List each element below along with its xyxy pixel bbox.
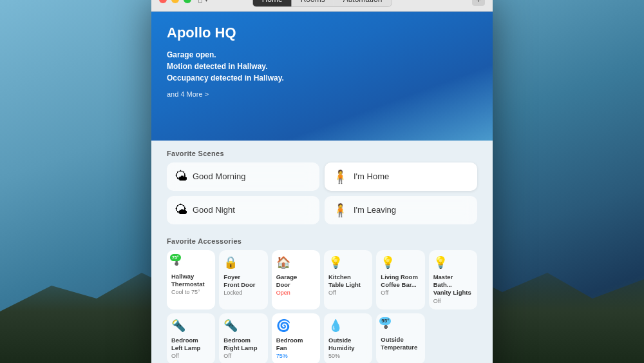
close-button[interactable] [159,0,167,3]
alert-line-1: Garage open. [167,49,477,61]
tab-group: Home Rooms Automation [252,0,392,7]
accessories-section: Favorite Accessories 🌡 75° HallwayThermo… [151,233,493,363]
left-lamp-icon: 🔦 [171,319,185,332]
acc-kitchen-light[interactable]: 💡 KitchenTable Light Off [324,250,372,309]
im-leaving-icon: 🧍 [332,202,348,218]
scene-good-morning[interactable]: 🌤 Good Morning [167,162,319,191]
thermostat-status: Cool to 75° [171,289,211,295]
fan-status: 75% [276,353,316,359]
scene-im-leaving-label: I'm Leaving [354,205,396,215]
acc-bedroom-fan[interactable]: 🌀 BedroomFan 75% [272,313,320,363]
more-alerts-link[interactable]: and 4 More > [167,90,477,98]
humidity-icon-wrap: 💧 [328,319,368,333]
good-night-icon: 🌤 [175,202,187,217]
fan-icon-wrap: 🌀 [276,319,316,333]
good-morning-icon: 🌤 [175,169,187,184]
scene-good-morning-label: Good Morning [193,172,245,181]
acc-hallway-thermostat[interactable]: 🌡 75° HallwayThermostat Cool to 75° [167,250,215,309]
alerts-section: Garage open. Motion detected in Hallway.… [167,49,477,84]
outside-temp-name: OutsideTemperature [381,336,420,352]
kitchen-light-icon-wrap: 💡 [328,255,368,270]
chevron-down-icon: ▾ [205,0,208,3]
right-lamp-status: Off [223,353,263,359]
alert-line-3: Occupancy detected in Hallway. [167,72,477,84]
titlebar: ⌂ ▾ Home Rooms Automation + [151,0,493,12]
tab-home[interactable]: Home [253,0,292,6]
coffee-bar-status: Off [381,289,420,296]
garage-door-name: GarageDoor [276,273,316,289]
garage-door-status: Open [276,289,316,296]
front-door-status: Locked [223,289,263,296]
left-lamp-name: BedroomLeft Lamp [171,337,211,353]
acc-front-door[interactable]: 🔒 FoyerFront Door Locked [219,250,267,309]
hero-section: Apollo HQ Garage open. Motion detected i… [151,12,493,141]
front-door-name: FoyerFront Door [223,273,263,289]
scenes-section-label: Favorite Scenes [167,150,477,157]
acc-empty-slot [429,313,477,363]
acc-bedroom-left-lamp[interactable]: 🔦 BedroomLeft Lamp Off [167,313,215,363]
scenes-grid: 🌤 Good Morning 🧍 I'm Home 🌤 Good Night 🧍… [167,162,477,224]
humidity-name: OutsideHumidity [328,337,368,353]
right-lamp-icon: 🔦 [223,319,238,332]
garage-icon-wrap: 🏠 [276,255,316,270]
scene-good-night-label: Good Night [193,205,235,215]
house-icon: ⌂ [198,0,203,5]
acc-garage-door[interactable]: 🏠 GarageDoor Open [272,250,320,309]
right-lamp-name: BedroomRight Lamp [223,337,263,353]
fan-icon: 🌀 [276,319,290,332]
vanity-name: Master Bath...Vanity Lights [433,273,473,297]
scene-im-leaving[interactable]: 🧍 I'm Leaving [325,196,477,224]
im-home-icon: 🧍 [332,169,348,184]
vanity-status: Off [433,298,473,304]
coffee-bar-icon: 💡 [381,256,395,269]
vanity-icon-wrap: 💡 [433,255,473,270]
acc-outside-temperature[interactable]: 🌡 95° OutsideTemperature [376,313,424,363]
scene-im-home[interactable]: 🧍 I'm Home [325,162,477,191]
accessories-row-1: 🌡 75° HallwayThermostat Cool to 75° 🔒 Fo… [167,250,477,309]
humidity-icon: 💧 [328,319,343,332]
tab-automation[interactable]: Automation [334,0,392,6]
kitchen-light-name: KitchenTable Light [328,273,368,289]
accessories-row-2: 🔦 BedroomLeft Lamp Off 🔦 BedroomRight La… [167,313,477,363]
coffee-bar-name: Living RoomCoffee Bar... [381,273,420,289]
home-icon[interactable]: ⌂ ▾ [198,0,208,5]
kitchen-light-status: Off [328,289,368,296]
kitchen-light-icon: 💡 [328,256,343,269]
acc-vanity-lights[interactable]: 💡 Master Bath...Vanity Lights Off [429,250,477,309]
lock-icon-wrap: 🔒 [223,255,263,270]
alert-line-2: Motion detected in Hallway. [167,61,477,72]
acc-outside-humidity[interactable]: 💧 OutsideHumidity 50% [324,313,372,363]
scenes-section: Favorite Scenes 🌤 Good Morning 🧍 I'm Hom… [151,141,493,233]
garage-icon: 🏠 [276,256,290,269]
scene-im-home-label: I'm Home [354,172,389,181]
vanity-icon: 💡 [433,256,448,269]
minimize-button[interactable] [171,0,179,3]
app-window: ⌂ ▾ Home Rooms Automation + Apollo HQ Ga… [151,0,493,363]
scene-good-night[interactable]: 🌤 Good Night [167,196,319,224]
fan-name: BedroomFan [276,337,316,353]
acc-bedroom-right-lamp[interactable]: 🔦 BedroomRight Lamp Off [219,313,267,363]
humidity-status: 50% [328,353,368,359]
lock-icon: 🔒 [223,256,238,269]
fullscreen-button[interactable] [184,0,191,3]
acc-living-room-coffee[interactable]: 💡 Living RoomCoffee Bar... Off [376,250,424,309]
right-lamp-icon-wrap: 🔦 [223,319,263,333]
thermostat-badge: 75° [170,254,181,261]
outside-temp-icon-wrap: 🌡 95° [381,319,420,332]
add-button[interactable]: + [472,0,485,6]
thermostat-name: HallwayThermostat [171,273,211,289]
left-lamp-icon-wrap: 🔦 [171,319,211,333]
coffee-bar-icon-wrap: 💡 [381,255,420,270]
accessories-section-label: Favorite Accessories [167,237,477,245]
traffic-lights [159,0,191,3]
outside-temp-badge: 95° [379,317,391,325]
app-title: Apollo HQ [167,25,477,41]
left-lamp-status: Off [171,353,211,359]
thermostat-icon-wrap: 🌡 75° [171,255,211,269]
tab-rooms[interactable]: Rooms [292,0,334,6]
